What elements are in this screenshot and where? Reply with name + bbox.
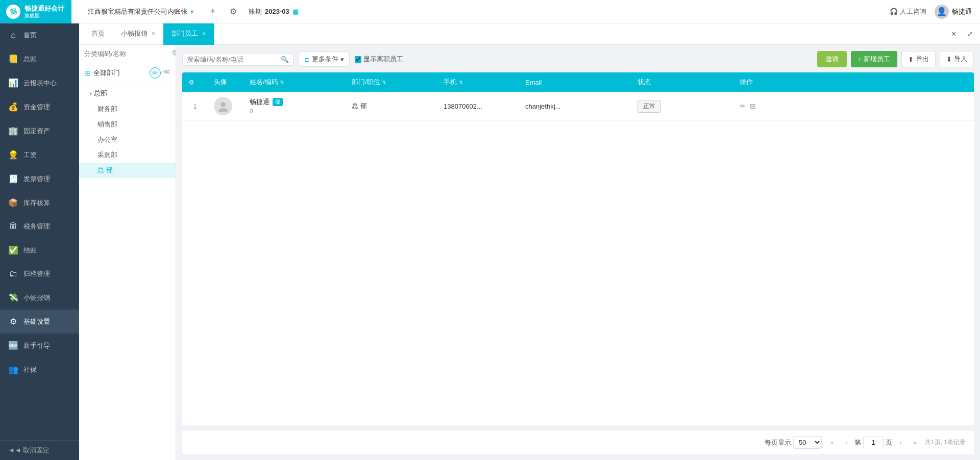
filter-button[interactable]: ⊏ 更多条件 ▾ xyxy=(299,52,350,67)
import-icon: ⬇ xyxy=(946,56,952,63)
sidebar-label-xiaochang: 小畅报销 xyxy=(23,293,50,302)
dept-child-finance[interactable]: 财务部 xyxy=(79,101,176,117)
dept-child-purchasing[interactable]: 采购部 xyxy=(79,147,176,163)
edit-employee-btn[interactable]: ✏ xyxy=(740,102,746,110)
import-button[interactable]: ⬇ 导入 xyxy=(940,51,974,67)
sidebar-label-settle: 结账 xyxy=(23,246,37,255)
sidebar-item-settle[interactable]: ✅ 结账 xyxy=(0,238,79,262)
cancel-fixed-button[interactable]: ◄◄ 取消固定 xyxy=(0,440,79,460)
dept-child-sales[interactable]: 销售部 xyxy=(79,117,176,132)
tab-close-all-icon[interactable]: ✕ xyxy=(947,28,960,40)
employee-avatar xyxy=(214,97,232,115)
calendar-icon[interactable]: ▦ xyxy=(292,8,299,15)
show-resigned-checkbox[interactable] xyxy=(355,56,361,63)
show-resigned-toggle[interactable]: 显示离职员工 xyxy=(355,55,403,64)
add-button[interactable]: + xyxy=(206,5,220,19)
sidebar-item-social[interactable]: 👥 社保 xyxy=(0,357,79,381)
invite-button[interactable]: 邀请 xyxy=(817,51,847,67)
settings-button[interactable]: ⚙ xyxy=(226,5,240,19)
tax-icon: 🏛 xyxy=(8,222,18,231)
dept-node-total[interactable]: ▾ 总部 xyxy=(79,85,176,101)
col-avatar: 头像 xyxy=(208,72,243,92)
add-employee-button[interactable]: + 新增员工 xyxy=(851,51,897,67)
export-button[interactable]: ⬆ 导出 xyxy=(901,51,936,67)
social-icon: 👥 xyxy=(8,365,18,374)
tab-dept-employee[interactable]: 部门员工 × xyxy=(163,23,214,45)
tab-xiaochang[interactable]: 小畅报销 × xyxy=(113,23,163,45)
sidebar-item-archive[interactable]: 🗂 归档管理 xyxy=(0,262,79,286)
user-menu[interactable]: 👤 畅捷通 xyxy=(935,5,972,19)
svg-point-0 xyxy=(220,102,226,107)
period-value: 2023-03 xyxy=(265,8,289,15)
sidebar-item-inventory[interactable]: 📦 库存核算 xyxy=(0,191,79,215)
all-dept-label: 全部部门 xyxy=(93,68,120,78)
tab-dept-close[interactable]: × xyxy=(202,30,206,37)
row-actions: ✏ ⊟ xyxy=(733,92,974,121)
row-dept: 总 部 xyxy=(346,92,437,121)
app-name: 畅捷通好会计 xyxy=(24,5,64,13)
dept-node-label: 总部 xyxy=(94,89,107,98)
sidebar-label-ledger: 总账 xyxy=(23,55,37,64)
employee-table: ⚙ 头像 姓名/编码 ⇅ 部门/职位 ⇅ xyxy=(182,72,974,425)
export-icon: ⬆ xyxy=(908,56,914,63)
employee-search-icon[interactable]: 🔍 xyxy=(281,56,289,63)
dept-collapse-btn[interactable]: ≪ xyxy=(163,67,170,79)
tabs-bar: 首页 小畅报销 × 部门员工 × ✕ ⤢ xyxy=(79,23,980,45)
row-name: 畅捷通 部 0 xyxy=(243,92,346,121)
prev-page-btn[interactable]: ‹ xyxy=(840,437,852,449)
guide-icon: 🆕 xyxy=(8,341,18,350)
name-sort-icon: ⇅ xyxy=(280,80,284,85)
sidebar-item-guide[interactable]: 🆕 新手引导 xyxy=(0,334,79,357)
sidebar-label-capital: 资金管理 xyxy=(23,103,50,112)
dept-edit-btn[interactable]: ✏ xyxy=(150,67,161,79)
filter-icon: ⊏ xyxy=(304,56,310,63)
sidebar-item-salary[interactable]: 👷 工资 xyxy=(0,143,79,167)
filter-arrow: ▾ xyxy=(340,56,344,63)
sidebar-item-invoice[interactable]: 🧾 发票管理 xyxy=(0,167,79,191)
last-page-btn[interactable]: » xyxy=(909,437,921,449)
sidebar-item-basic[interactable]: ⚙ 基础设置 xyxy=(0,310,79,334)
table-row: 1 xyxy=(182,92,974,121)
first-page-btn[interactable]: « xyxy=(826,437,838,449)
sidebar-item-xiaochang[interactable]: 💸 小畅报销 xyxy=(0,286,79,310)
app-logo: 畅 畅捷通好会计 旗舰版 xyxy=(0,0,71,23)
svg-point-1 xyxy=(218,108,228,112)
col-settings[interactable]: ⚙ xyxy=(182,72,208,92)
sidebar-item-ledger[interactable]: 📒 总账 xyxy=(0,47,79,71)
sidebar-item-assets[interactable]: 🏢 固定资产 xyxy=(0,119,79,143)
col-phone[interactable]: 手机 ⇅ xyxy=(437,72,519,92)
tab-expand-icon[interactable]: ⤢ xyxy=(964,28,976,40)
dept-child-office[interactable]: 办公室 xyxy=(79,132,176,147)
sidebar-item-capital[interactable]: 💰 资金管理 xyxy=(0,95,79,119)
sidebar-item-home[interactable]: ⌂ 首页 xyxy=(0,23,79,47)
home-icon: ⌂ xyxy=(8,31,18,40)
sidebar-item-reports[interactable]: 📊 云报表中心 xyxy=(0,71,79,95)
app-sub: 旗舰版 xyxy=(24,13,64,19)
col-name[interactable]: 姓名/编码 ⇅ xyxy=(243,72,346,92)
sidebar-label-social: 社保 xyxy=(23,365,37,374)
row-avatar xyxy=(208,92,243,121)
tab-home[interactable]: 首页 xyxy=(83,23,113,45)
sidebar-label-tax: 税务管理 xyxy=(23,222,50,231)
company-selector[interactable]: 江西服宝精品有限责任公司内账张 ▾ xyxy=(80,7,193,16)
dept-child-headquarters[interactable]: 总 部 xyxy=(79,163,176,178)
next-page-btn[interactable]: › xyxy=(894,437,906,449)
sidebar-item-tax[interactable]: 🏛 税务管理 xyxy=(0,215,79,238)
row-phone: 138070602... xyxy=(437,92,519,121)
tab-xiaochang-close[interactable]: × xyxy=(152,30,155,37)
dept-search-input[interactable] xyxy=(84,50,170,58)
sidebar-label-archive: 归档管理 xyxy=(23,269,50,278)
page-number-input[interactable] xyxy=(863,437,884,448)
sidebar-label-invoice: 发票管理 xyxy=(23,174,50,184)
support-button[interactable]: 🎧 人工咨询 xyxy=(890,7,926,16)
dept-search-icon[interactable]: 🔍 xyxy=(172,50,176,58)
sidebar-label-assets: 固定资产 xyxy=(23,126,50,136)
row-index: 1 xyxy=(182,92,208,121)
logout-employee-btn[interactable]: ⊟ xyxy=(750,102,756,110)
col-dept[interactable]: 部门/职位 ⇅ xyxy=(346,72,437,92)
basic-icon: ⚙ xyxy=(8,317,18,326)
per-page-select[interactable]: 50 10 20 100 xyxy=(793,436,822,449)
employee-search-input[interactable] xyxy=(187,56,279,63)
col-actions: 操作 xyxy=(733,72,974,92)
invoice-icon: 🧾 xyxy=(8,174,18,184)
